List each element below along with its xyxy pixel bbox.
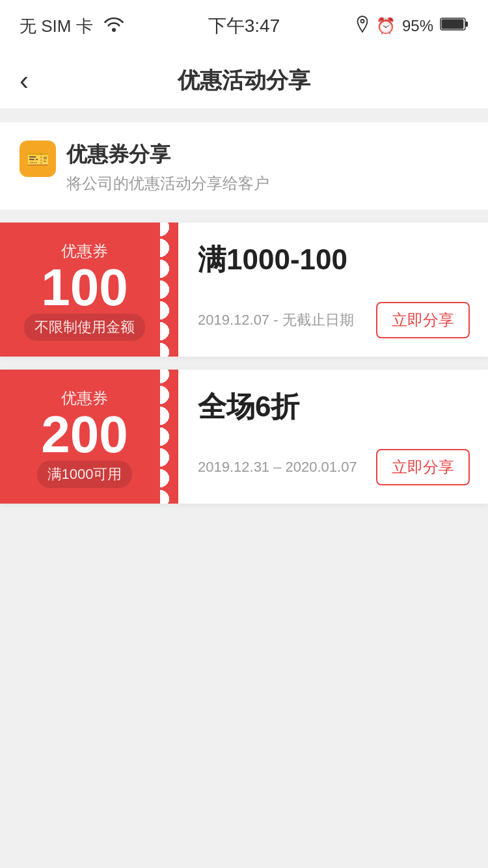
back-button[interactable]: ‹ — [20, 67, 29, 94]
back-icon: ‹ — [20, 67, 29, 94]
section-subtitle: 将公司的优惠活动分享给客户 — [66, 173, 269, 194]
svg-rect-2 — [465, 21, 468, 27]
coupon-date: 2019.12.07 - 无截止日期 — [198, 310, 354, 330]
share-button[interactable]: 立即分享 — [376, 302, 470, 338]
battery-icon — [440, 17, 468, 35]
section-icon: 🎫 — [20, 141, 56, 177]
coupon-date: 2019.12.31 – 2020.01.07 — [198, 459, 357, 476]
coupon-name: 满1000-100 — [198, 241, 470, 279]
coupon-amount: 200 — [41, 409, 128, 461]
svg-rect-3 — [442, 20, 464, 29]
page-title: 优惠活动分享 — [178, 66, 310, 96]
empty-area — [0, 517, 488, 842]
coupon-bottom: 2019.12.31 – 2020.01.07 立即分享 — [198, 449, 470, 485]
coupon-card: 优惠券 100 不限制使用金额 满1000-100 2019.12.07 - 无… — [0, 223, 488, 357]
coupon-right: 全场6折 2019.12.31 – 2020.01.07 立即分享 — [169, 370, 488, 504]
coupon-name: 全场6折 — [198, 388, 470, 426]
coupon-left: 优惠券 100 不限制使用金额 — [0, 223, 169, 357]
coupon-right: 满1000-100 2019.12.07 - 无截止日期 立即分享 — [169, 223, 488, 357]
coupon-left: 优惠券 200 满1000可用 — [0, 370, 169, 504]
carrier-text: 无 SIM 卡 — [20, 15, 93, 38]
status-time: 下午3:47 — [208, 14, 280, 38]
coupon-list: 优惠券 100 不限制使用金额 满1000-100 2019.12.07 - 无… — [0, 223, 488, 517]
coupon-condition: 不限制使用金额 — [24, 314, 145, 341]
status-left: 无 SIM 卡 — [20, 15, 126, 38]
location-icon — [355, 15, 370, 37]
battery-text: 95% — [402, 17, 433, 35]
section-text-group: 优惠券分享 将公司的优惠活动分享给客户 — [66, 141, 269, 194]
share-button[interactable]: 立即分享 — [376, 449, 470, 485]
alarm-icon: ⏰ — [376, 17, 396, 35]
section-title: 优惠券分享 — [66, 141, 269, 169]
wifi-icon — [102, 16, 126, 36]
section-header: 🎫 优惠券分享 将公司的优惠活动分享给客户 — [0, 122, 488, 210]
coupon-bottom: 2019.12.07 - 无截止日期 立即分享 — [198, 302, 470, 338]
coupon-amount: 100 — [41, 262, 128, 314]
status-bar: 无 SIM 卡 下午3:47 ⏰ 95% — [0, 0, 488, 52]
coupon-card: 优惠券 200 满1000可用 全场6折 2019.12.31 – 2020.0… — [0, 370, 488, 504]
svg-point-0 — [360, 20, 364, 23]
status-right: ⏰ 95% — [355, 15, 468, 37]
coupon-condition: 满1000可用 — [37, 461, 133, 488]
nav-bar: ‹ 优惠活动分享 — [0, 52, 488, 109]
